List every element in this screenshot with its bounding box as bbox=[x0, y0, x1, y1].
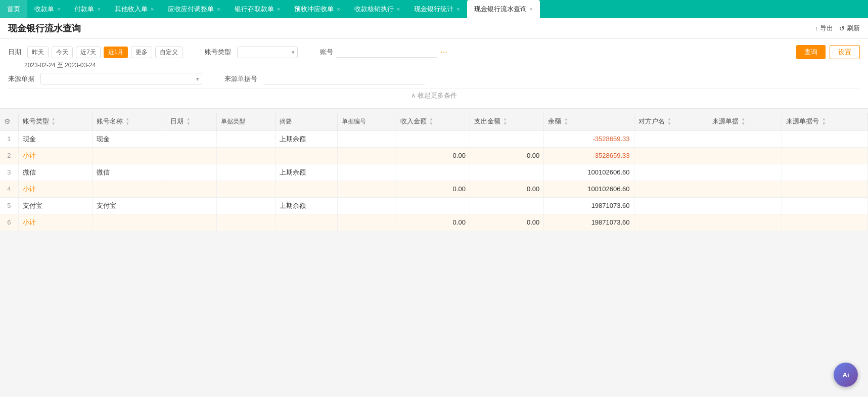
date-range-display: 2023-02-24 至 2023-03-24 bbox=[24, 62, 96, 69]
account-label: 账号 bbox=[320, 48, 333, 57]
nav-bank-deposit-close[interactable]: × bbox=[277, 6, 280, 12]
nav-other-income[interactable]: 其他收入单 × bbox=[108, 0, 161, 18]
cell-summary: 上期余额 bbox=[276, 197, 338, 214]
filter-row-2: 来源单据 来源单据号 bbox=[8, 73, 860, 84]
source-doc-no-input[interactable] bbox=[263, 73, 425, 84]
sort-expense[interactable]: ▲▼ bbox=[503, 117, 507, 126]
sort-balance[interactable]: ▲▼ bbox=[564, 117, 568, 126]
cell-doc-type bbox=[217, 181, 276, 197]
cell-doc-no bbox=[337, 181, 396, 197]
cell-account-name bbox=[92, 181, 166, 197]
nav-prepay-close[interactable]: × bbox=[337, 6, 340, 12]
collapse-bar[interactable]: ∧ 收起更多条件 bbox=[8, 89, 860, 102]
nav-home[interactable]: 首页 bbox=[0, 0, 27, 18]
cell-account-type: 支付宝 bbox=[18, 197, 92, 214]
account-input[interactable] bbox=[336, 47, 437, 58]
cell-date bbox=[166, 147, 217, 164]
cell-balance: 100102606.60 bbox=[544, 181, 634, 197]
col-summary: 摘要 bbox=[276, 113, 338, 130]
cell-account-name bbox=[92, 147, 166, 164]
cell-expense bbox=[470, 197, 543, 214]
sort-counterpart[interactable]: ▲▼ bbox=[667, 117, 671, 126]
nav-receipt[interactable]: 收款单 × bbox=[27, 0, 67, 18]
nav-bank-stats[interactable]: 现金银行统计 × bbox=[407, 0, 467, 18]
cell-row-num: 5 bbox=[0, 197, 18, 214]
query-button[interactable]: 查询 bbox=[796, 45, 826, 59]
settings-button[interactable]: 设置 bbox=[830, 45, 860, 59]
cell-summary: 上期余额 bbox=[276, 130, 338, 147]
export-icon: ↑ bbox=[815, 25, 818, 32]
nav-payment-close[interactable]: × bbox=[97, 6, 100, 12]
cell-account-name: 现金 bbox=[92, 130, 166, 147]
sort-account-type[interactable]: ▲▼ bbox=[52, 117, 56, 126]
nav-receipt-close[interactable]: × bbox=[57, 6, 60, 12]
cell-balance: -3528659.33 bbox=[544, 130, 634, 147]
cell-account-name: 支付宝 bbox=[92, 197, 166, 214]
date-btn-custom[interactable]: 自定义 bbox=[155, 47, 182, 58]
nav-other-income-close[interactable]: × bbox=[151, 6, 154, 12]
nav-other-income-label: 其他收入单 bbox=[115, 5, 148, 14]
cell-expense: 0.00 bbox=[470, 214, 543, 231]
gear-icon[interactable]: ⚙ bbox=[4, 117, 11, 125]
cell-doc-type bbox=[217, 164, 276, 181]
sort-income[interactable]: ▲▼ bbox=[429, 117, 433, 126]
nav-bank-flow-label: 现金银行流水查询 bbox=[474, 5, 527, 14]
cell-summary: 上期余额 bbox=[276, 164, 338, 181]
sort-date[interactable]: ▲▼ bbox=[187, 117, 191, 126]
page-header: 现金银行流水查询 ↑ 导出 ↺ 刷新 bbox=[0, 18, 868, 39]
col-balance: 余额 ▲▼ bbox=[544, 113, 634, 130]
table-row: 1 现金 现金 上期余额 -3528659.33 bbox=[0, 130, 868, 147]
cell-row-num: 6 bbox=[0, 214, 18, 231]
date-btn-today[interactable]: 今天 bbox=[52, 47, 73, 58]
nav-prepay[interactable]: 预收冲应收单 × bbox=[287, 0, 347, 18]
cell-account-type: 小计 bbox=[18, 214, 92, 231]
cell-account-type: 小计 bbox=[18, 181, 92, 197]
nav-bank-stats-close[interactable]: × bbox=[456, 6, 460, 12]
nav-bank-flow-close[interactable]: × bbox=[530, 6, 533, 12]
data-table: ⚙ 账号类型 ▲▼ 账号名称 ▲▼ 日期 ▲▼ 单据类型 摘要 单据编号 bbox=[0, 113, 868, 231]
sort-source-doc-no[interactable]: ▲▼ bbox=[822, 117, 826, 126]
nav-adjustment-close[interactable]: × bbox=[217, 6, 220, 12]
date-btn-more[interactable]: 更多 bbox=[131, 47, 152, 58]
nav-verify-close[interactable]: × bbox=[397, 6, 400, 12]
sort-account-name[interactable]: ▲▼ bbox=[125, 117, 129, 126]
sort-source-doc[interactable]: ▲▼ bbox=[741, 117, 745, 126]
refresh-label: 刷新 bbox=[847, 24, 860, 33]
account-dots-button[interactable]: ··· bbox=[440, 48, 447, 57]
nav-bank-flow[interactable]: 现金银行流水查询 × bbox=[467, 0, 540, 18]
nav-verify[interactable]: 收款核销执行 × bbox=[347, 0, 407, 18]
cell-doc-no bbox=[337, 147, 396, 164]
date-btn-7days[interactable]: 近7天 bbox=[76, 47, 101, 58]
table-row: 6 小计 0.00 0.00 19871073.60 bbox=[0, 214, 868, 231]
refresh-button[interactable]: ↺ 刷新 bbox=[839, 24, 860, 33]
cell-row-num: 1 bbox=[0, 130, 18, 147]
table-row: 2 小计 0.00 0.00 -3528659.33 bbox=[0, 147, 868, 164]
account-type-select[interactable]: 现金 微信 支付宝 bbox=[237, 47, 298, 58]
nav-bank-deposit[interactable]: 银行存取款单 × bbox=[227, 0, 287, 18]
source-doc-select[interactable] bbox=[40, 73, 202, 84]
nav-adjustment-label: 应收应付调整单 bbox=[168, 5, 214, 14]
table-container: ⚙ 账号类型 ▲▼ 账号名称 ▲▼ 日期 ▲▼ 单据类型 摘要 单据编号 bbox=[0, 113, 868, 231]
cell-row-num: 2 bbox=[0, 147, 18, 164]
date-btn-1month[interactable]: 近1月 bbox=[104, 47, 128, 58]
cell-doc-no bbox=[337, 164, 396, 181]
cell-source-doc-no bbox=[782, 147, 868, 164]
cell-counterpart bbox=[634, 147, 708, 164]
nav-payment[interactable]: 付款单 × bbox=[67, 0, 107, 18]
nav-verify-label: 收款核销执行 bbox=[354, 5, 394, 14]
date-options: 昨天 今天 近7天 近1月 更多 自定义 bbox=[27, 47, 182, 58]
col-source-doc-no: 来源单据号 ▲▼ bbox=[782, 113, 868, 130]
nav-prepay-label: 预收冲应收单 bbox=[294, 5, 334, 14]
table-row: 4 小计 0.00 0.00 100102606.60 bbox=[0, 181, 868, 197]
cell-account-type: 现金 bbox=[18, 130, 92, 147]
table-row: 5 支付宝 支付宝 上期余额 19871073.60 bbox=[0, 197, 868, 214]
filter-row-1: 日期 昨天 今天 近7天 近1月 更多 自定义 账号类型 现金 微信 支付宝 账… bbox=[8, 45, 860, 59]
nav-bank-deposit-label: 银行存取款单 bbox=[235, 5, 274, 14]
cell-balance: 100102606.60 bbox=[544, 164, 634, 181]
cell-expense: 0.00 bbox=[470, 181, 543, 197]
nav-adjustment[interactable]: 应收应付调整单 × bbox=[161, 0, 227, 18]
export-button[interactable]: ↑ 导出 bbox=[815, 24, 834, 33]
page-title: 现金银行流水查询 bbox=[8, 22, 81, 34]
date-btn-yesterday[interactable]: 昨天 bbox=[27, 47, 49, 58]
cell-doc-no bbox=[337, 197, 396, 214]
